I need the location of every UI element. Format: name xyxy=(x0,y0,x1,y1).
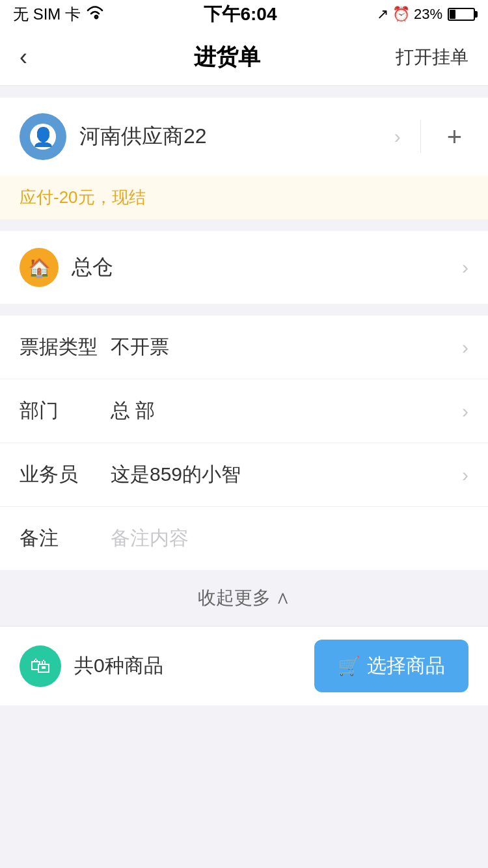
warehouse-label: 总仓 xyxy=(72,253,449,282)
supplier-row[interactable]: 👤 河南供应商22 › + xyxy=(0,98,488,176)
supplier-chevron-icon: › xyxy=(394,126,401,148)
invoice-chevron-icon: › xyxy=(462,336,468,359)
open-pending-button[interactable]: 打开挂单 xyxy=(396,45,468,70)
carrier-label: 无 SIM 卡 xyxy=(13,4,81,25)
notice-bar: 应付-20元，现结 xyxy=(0,176,488,219)
collapse-label: 收起更多 ∧ xyxy=(198,586,291,610)
salesperson-row[interactable]: 业务员 这是859的小智 › xyxy=(0,442,488,506)
salesperson-label: 业务员 xyxy=(20,461,111,488)
select-goods-button[interactable]: 🛒 选择商品 xyxy=(314,640,468,692)
dept-chevron-icon: › xyxy=(462,400,468,422)
remark-row[interactable]: 备注 备注内容 xyxy=(0,506,488,570)
top-divider xyxy=(0,86,488,98)
status-right: ↗ ⏰ 23% xyxy=(377,6,475,23)
invoice-type-row[interactable]: 票据类型 不开票 › xyxy=(0,316,488,379)
supplier-section: 👤 河南供应商22 › + 应付-20元，现结 xyxy=(0,98,488,219)
status-time: 下午6:04 xyxy=(204,2,277,27)
vertical-divider xyxy=(420,120,421,153)
person-icon: 👤 xyxy=(32,126,55,148)
invoice-type-label: 票据类型 xyxy=(20,334,111,360)
add-supplier-button[interactable]: + xyxy=(441,122,468,152)
sales-chevron-icon: › xyxy=(462,464,468,486)
back-button[interactable]: ‹ xyxy=(20,44,59,71)
remark-label: 备注 xyxy=(20,525,111,552)
warehouse-chevron-icon: › xyxy=(462,256,468,278)
goods-count: 共0种商品 xyxy=(74,653,301,679)
warehouse-row[interactable]: 🏠 总仓 › xyxy=(0,231,488,304)
collapse-row[interactable]: 收起更多 ∧ xyxy=(0,570,488,626)
battery-percent: 23% xyxy=(414,6,442,23)
supplier-avatar: 👤 xyxy=(20,113,66,160)
notice-text: 应付-20元，现结 xyxy=(20,187,146,207)
remark-placeholder: 备注内容 xyxy=(111,525,468,552)
status-left: 无 SIM 卡 xyxy=(13,4,104,25)
department-row[interactable]: 部门 总 部 › xyxy=(0,379,488,442)
mid-divider1 xyxy=(0,219,488,231)
warehouse-section: 🏠 总仓 › xyxy=(0,231,488,304)
bottom-bar: 🛍 共0种商品 🛒 选择商品 xyxy=(0,626,488,705)
salesperson-value: 这是859的小智 xyxy=(111,461,462,488)
mid-divider2 xyxy=(0,304,488,316)
department-value: 总 部 xyxy=(111,398,462,424)
warehouse-icon-wrap: 🏠 xyxy=(20,248,59,287)
form-section: 票据类型 不开票 › 部门 总 部 › 业务员 这是859的小智 › 备注 备注… xyxy=(0,316,488,570)
select-cart-icon: 🛒 xyxy=(338,655,360,677)
status-bar: 无 SIM 卡 下午6:04 ↗ ⏰ 23% xyxy=(0,0,488,29)
house-icon: 🏠 xyxy=(28,257,51,278)
goods-icon: 🛍 xyxy=(30,654,51,678)
location-icon: ↗ xyxy=(377,6,388,23)
nav-bar: ‹ 进货单 打开挂单 xyxy=(0,29,488,86)
invoice-type-value: 不开票 xyxy=(111,334,462,360)
wifi-icon xyxy=(86,5,104,23)
alarm-icon: ⏰ xyxy=(392,6,410,23)
goods-icon-wrap: 🛍 xyxy=(20,645,61,687)
page-title: 进货单 xyxy=(194,42,260,72)
select-btn-label: 选择商品 xyxy=(367,653,445,679)
bottom-content xyxy=(0,705,488,868)
department-label: 部门 xyxy=(20,398,111,424)
battery-icon xyxy=(448,8,475,21)
supplier-name: 河南供应商22 xyxy=(79,122,381,151)
